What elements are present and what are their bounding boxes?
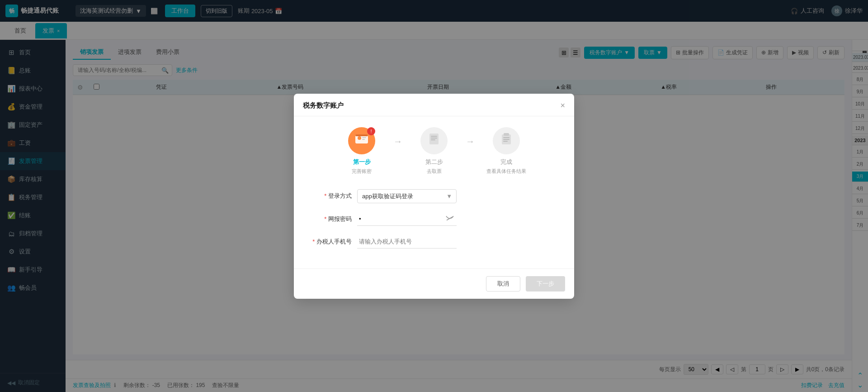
modal-close-button[interactable]: × [560,101,565,110]
svg-rect-6 [431,136,437,137]
svg-rect-5 [429,134,439,144]
svg-rect-2 [362,137,366,138]
password-toggle-icon[interactable] [446,215,454,222]
login-method-select-wrapper: app获取验证码登录 密码登录 ▼ [357,189,457,203]
svg-rect-13 [503,141,508,142]
step-arrow-2: → [461,127,479,147]
step2-label: 第二步 [425,158,443,166]
login-method-select[interactable]: app获取验证码登录 密码登录 [357,189,457,203]
svg-rect-3 [362,139,365,140]
modal-overlay: 税务数字账户 × [0,0,868,392]
step-1: ! 第一步 完善账密 [335,127,389,175]
next-step-button[interactable]: 下一步 [526,276,565,292]
step1-person-icon [354,132,369,149]
password-label: * 网报密码 [312,215,357,223]
step1-label: 第一步 [353,158,371,166]
step1-desc: 完善账密 [352,168,372,175]
password-input[interactable] [357,212,457,226]
svg-point-1 [358,136,361,140]
login-method-label: * 登录方式 [312,192,357,200]
cancel-button[interactable]: 取消 [486,276,520,292]
password-control [357,212,556,226]
step2-doc-icon [427,132,441,149]
login-method-row: * 登录方式 app获取验证码登录 密码登录 ▼ [312,189,556,203]
svg-rect-4 [355,134,368,136]
tax-digital-modal: 税务数字账户 × [294,94,574,299]
step3-desc: 查看具体任务结果 [486,168,526,175]
steps-indicator: ! 第一步 完善账密 → [312,127,556,175]
svg-rect-12 [503,139,509,140]
step-arrow-1: → [389,127,407,147]
step1-error-badge: ! [367,127,375,135]
step1-icon-wrap: ! [348,127,375,154]
phone-control [357,235,556,249]
step3-label: 完成 [500,158,512,166]
svg-rect-8 [431,139,435,140]
svg-line-14 [447,216,453,220]
phone-label: * 办税人手机号 [312,238,357,246]
modal-form: * 登录方式 app获取验证码登录 密码登录 ▼ [312,189,556,249]
svg-rect-10 [504,133,509,136]
step3-icon-wrap [493,127,520,154]
step3-clipboard-icon [500,132,513,149]
step2-desc: 去取票 [427,168,442,175]
modal-body: ! 第一步 完善账密 → [294,116,574,268]
modal-title: 税务数字账户 [303,101,344,110]
step-2: 第二步 去取票 [407,127,461,175]
phone-row: * 办税人手机号 [312,235,556,249]
login-method-control: app获取验证码登录 密码登录 ▼ [357,189,556,203]
phone-input[interactable] [357,235,457,249]
svg-rect-11 [503,137,509,138]
step2-icon-wrap [420,127,448,154]
step-3: 完成 查看具体任务结果 [479,127,533,175]
password-row: * 网报密码 [312,212,556,226]
modal-header: 税务数字账户 × [294,94,574,116]
password-input-wrapper [357,212,457,226]
svg-rect-7 [431,138,437,139]
modal-footer: 取消 下一步 [294,268,574,299]
